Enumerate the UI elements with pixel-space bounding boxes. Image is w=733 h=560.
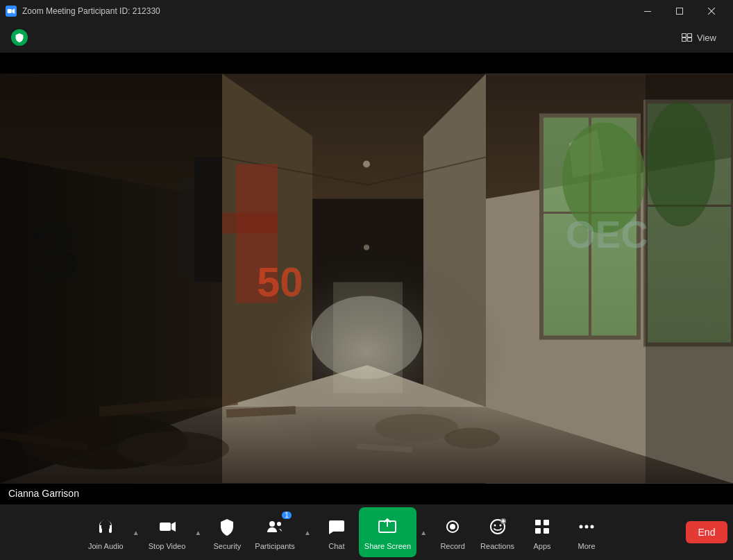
svg-rect-7 bbox=[688, 34, 692, 37]
more-button[interactable]: More bbox=[564, 507, 609, 557]
participant-name-label: Cianna Garrison bbox=[8, 488, 79, 499]
title-bar: Zoom Meeting Participant ID: 212330 bbox=[0, 0, 733, 22]
toolbar-right: End bbox=[686, 521, 727, 543]
svg-rect-67 bbox=[535, 520, 541, 525]
chat-icon bbox=[324, 514, 349, 539]
zoom-logo-icon bbox=[6, 6, 17, 17]
title-bar-left: Zoom Meeting Participant ID: 212330 bbox=[6, 6, 632, 17]
audio-group: Join Audio ▲ bbox=[83, 507, 143, 557]
minimize-button[interactable] bbox=[632, 0, 664, 22]
reactions-label: Reactions bbox=[480, 542, 514, 550]
title-bar-controls bbox=[632, 0, 727, 22]
svg-point-49 bbox=[228, 248, 505, 456]
chat-label: Chat bbox=[328, 542, 344, 550]
audio-chevron[interactable]: ▲ bbox=[129, 507, 143, 557]
svg-point-62 bbox=[494, 525, 496, 527]
svg-rect-70 bbox=[544, 528, 549, 534]
svg-rect-3 bbox=[677, 8, 683, 15]
video-chevron[interactable]: ▲ bbox=[191, 507, 205, 557]
chat-button[interactable]: Chat bbox=[314, 507, 359, 557]
video-feed: 3 50 OEC bbox=[0, 53, 733, 504]
share-screen-label: Share Screen bbox=[364, 542, 411, 550]
share-chevron[interactable]: ▲ bbox=[416, 507, 430, 557]
apps-button[interactable]: Apps bbox=[520, 507, 564, 557]
svg-rect-69 bbox=[535, 528, 541, 534]
people-icon: 1 bbox=[262, 514, 287, 539]
svg-rect-51 bbox=[646, 74, 733, 484]
svg-point-72 bbox=[585, 525, 589, 529]
more-icon bbox=[574, 514, 599, 539]
reactions-icon bbox=[485, 514, 510, 539]
svg-rect-2 bbox=[644, 11, 651, 12]
participants-label: Participants bbox=[255, 542, 294, 550]
participants-button[interactable]: 1 Participants bbox=[249, 507, 300, 557]
security-label: Security bbox=[213, 542, 241, 550]
share-screen-group: Share Screen ▲ bbox=[359, 507, 430, 557]
record-label: Record bbox=[440, 542, 464, 550]
stop-video-button[interactable]: Stop Video bbox=[143, 507, 192, 557]
svg-rect-53 bbox=[109, 528, 112, 533]
share-screen-button[interactable]: Share Screen bbox=[359, 507, 416, 557]
more-label: More bbox=[578, 542, 596, 550]
reactions-button[interactable]: Reactions bbox=[475, 507, 520, 557]
end-button[interactable]: End bbox=[686, 521, 727, 543]
close-button[interactable] bbox=[696, 0, 727, 22]
apps-icon bbox=[530, 514, 555, 539]
security-icon bbox=[214, 514, 239, 539]
headphone-icon bbox=[93, 514, 118, 539]
window-title: Zoom Meeting Participant ID: 212330 bbox=[22, 6, 160, 16]
svg-rect-54 bbox=[160, 523, 171, 531]
apps-label: Apps bbox=[533, 542, 550, 550]
participants-group: 1 Participants ▲ bbox=[249, 507, 314, 557]
svg-point-71 bbox=[580, 525, 583, 529]
security-shield-icon bbox=[11, 29, 28, 46]
svg-rect-52 bbox=[99, 528, 102, 533]
svg-point-73 bbox=[591, 525, 594, 529]
stop-video-label: Stop Video bbox=[149, 542, 186, 550]
svg-marker-55 bbox=[171, 522, 176, 532]
svg-point-56 bbox=[269, 521, 275, 527]
camera-icon bbox=[155, 514, 180, 539]
svg-rect-6 bbox=[682, 34, 686, 37]
svg-point-47 bbox=[363, 161, 370, 168]
svg-rect-50 bbox=[0, 74, 222, 484]
svg-rect-8 bbox=[682, 38, 686, 42]
svg-text:OEC: OEC bbox=[566, 213, 648, 256]
maximize-button[interactable] bbox=[664, 0, 696, 22]
svg-point-60 bbox=[450, 524, 455, 529]
svg-marker-1 bbox=[12, 8, 15, 14]
svg-rect-0 bbox=[8, 9, 12, 13]
participants-chevron[interactable]: ▲ bbox=[301, 507, 314, 557]
view-label: View bbox=[697, 33, 716, 43]
toolbar-center: Join Audio ▲ Stop Video ▲ bbox=[6, 507, 686, 557]
svg-rect-9 bbox=[688, 38, 692, 42]
top-bar: View bbox=[0, 22, 733, 53]
svg-point-63 bbox=[499, 525, 501, 527]
svg-point-57 bbox=[277, 522, 281, 526]
record-button[interactable]: Record bbox=[430, 507, 475, 557]
record-icon bbox=[440, 514, 465, 539]
view-button[interactable]: View bbox=[676, 30, 722, 46]
join-audio-button[interactable]: Join Audio bbox=[83, 507, 129, 557]
participants-badge: 1 bbox=[282, 511, 292, 519]
video-area: 3 50 OEC Cianna Garrison bbox=[0, 53, 733, 504]
security-button[interactable]: Security bbox=[205, 507, 249, 557]
share-screen-icon bbox=[375, 514, 400, 539]
toolbar: Join Audio ▲ Stop Video ▲ bbox=[0, 504, 733, 560]
join-audio-label: Join Audio bbox=[88, 542, 124, 550]
video-group: Stop Video ▲ bbox=[143, 507, 205, 557]
svg-rect-34 bbox=[222, 213, 278, 234]
svg-rect-68 bbox=[544, 520, 549, 525]
